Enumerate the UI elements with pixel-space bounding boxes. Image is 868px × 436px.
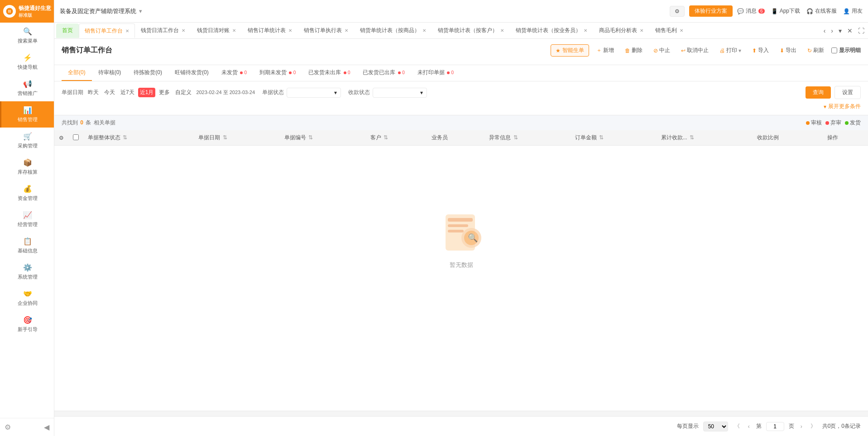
- tab-sales-order-exec[interactable]: 销售订单执行表 ✕: [298, 24, 354, 38]
- filter-tab-wangpu[interactable]: 旺铺待发货(0): [168, 65, 215, 81]
- delete-button[interactable]: 🗑 删除: [621, 45, 646, 56]
- tab-close-icon-cash-reconcile[interactable]: ✕: [232, 28, 236, 33]
- sidebar-item-guide[interactable]: 🎯 新手引导: [0, 311, 54, 337]
- sort-status-icon[interactable]: ⇅: [123, 134, 127, 141]
- review-action-button[interactable]: 审核: [806, 119, 822, 127]
- tab-sales-order-stats[interactable]: 销售订单统计表 ✕: [242, 24, 298, 38]
- tab-dropdown-icon[interactable]: ▾: [837, 25, 844, 36]
- status-select[interactable]: ▾: [287, 88, 341, 98]
- display-detail-checkbox[interactable]: [831, 47, 837, 53]
- tab-close-icon-sales-exec[interactable]: ✕: [345, 28, 348, 33]
- select-all-checkbox[interactable]: [73, 134, 79, 140]
- settings-button[interactable]: ⚙: [670, 6, 685, 17]
- sidebar-item-quick-nav[interactable]: ⚡ 快捷导航: [0, 49, 54, 75]
- tab-sales-stats-product[interactable]: 销货单统计表（按商品） ✕: [354, 24, 432, 38]
- th-checkbox[interactable]: [68, 130, 83, 146]
- set-button[interactable]: 设置: [834, 86, 861, 99]
- tab-product-margin[interactable]: 商品毛利分析表 ✕: [593, 24, 649, 38]
- app-download-button[interactable]: 📱 App下载: [771, 7, 800, 15]
- toolbar-actions: ★ 智能生单 ＋ 新增 🗑 删除 ⊘ 中止: [551, 44, 861, 57]
- cancel-suspend-button[interactable]: ↩ 取消中止: [677, 45, 712, 56]
- sort-date-icon[interactable]: ⇅: [223, 134, 227, 141]
- sidebar-item-finance[interactable]: 💰 资金管理: [0, 180, 54, 206]
- sidebar-item-basic-info[interactable]: 📋 基础信息: [0, 232, 54, 259]
- display-detail-toggle[interactable]: 显示明细: [831, 47, 861, 54]
- tab-close-icon-sales-stats[interactable]: ✕: [288, 28, 292, 33]
- export-button[interactable]: ⬇ 导出: [776, 45, 800, 56]
- filter-tab-shipped-out[interactable]: 已发货已出库 0: [356, 65, 411, 81]
- sort-number-icon[interactable]: ⇅: [308, 134, 313, 141]
- next-page-button[interactable]: ›: [799, 422, 804, 431]
- smart-create-button[interactable]: ★ 智能生单: [551, 44, 589, 57]
- tab-sales-profit[interactable]: 销售毛利 ✕: [649, 24, 689, 38]
- date-more-btn[interactable]: 更多: [157, 88, 172, 97]
- first-page-button[interactable]: 《: [733, 422, 742, 431]
- filter-tab-not-printed[interactable]: 未打印单据 0: [411, 65, 460, 81]
- sidebar-item-enterprise[interactable]: 🤝 企业协同: [0, 285, 54, 311]
- sidebar-item-system[interactable]: ⚙️ 系统管理: [0, 259, 54, 285]
- prev-page-button[interactable]: ‹: [746, 422, 752, 431]
- expand-conditions-button[interactable]: ▾ 展开更多条件: [824, 103, 861, 110]
- sidebar-item-purchase[interactable]: 🛒 采购管理: [0, 128, 54, 154]
- sidebar-item-inventory[interactable]: 📦 库存核算: [0, 154, 54, 180]
- suspend-button[interactable]: ⊘ 中止: [650, 45, 674, 56]
- tab-close-icon-stats-staff[interactable]: ✕: [584, 28, 587, 33]
- sort-exception-icon[interactable]: ⇅: [513, 134, 518, 141]
- th-settings[interactable]: ⚙: [54, 130, 68, 146]
- filter-tab-overdue-not-shipped[interactable]: 到期未发货 0: [253, 65, 302, 81]
- tab-scroll-right-icon[interactable]: ›: [829, 25, 835, 36]
- refresh-button[interactable]: ↻ 刷新: [804, 45, 828, 56]
- tab-close-icon-sales[interactable]: ✕: [125, 28, 129, 33]
- import-button[interactable]: ⬆ 导入: [748, 45, 772, 56]
- sidebar-label-marketing: 营销推广: [18, 90, 38, 97]
- tab-cash-daily[interactable]: 钱货日清工作台 ✕: [135, 24, 191, 38]
- date-1month-btn[interactable]: 近1月: [138, 88, 156, 97]
- query-button[interactable]: 查询: [806, 86, 831, 99]
- message-button[interactable]: 💬 消息 6: [737, 7, 765, 15]
- sidebar-item-operations[interactable]: 📈 经营管理: [0, 206, 54, 232]
- print-button[interactable]: 🖨 打印 ▾: [716, 45, 745, 56]
- tab-scroll-left-icon[interactable]: ‹: [822, 25, 828, 36]
- tab-close-icon-margin[interactable]: ✕: [640, 28, 643, 33]
- ship-action-button[interactable]: 发货: [845, 119, 861, 127]
- tab-cash-reconcile[interactable]: 钱货日清对账 ✕: [191, 24, 242, 38]
- filter-tab-shipped-not-out[interactable]: 已发货未出库 0: [302, 65, 356, 81]
- tab-sales-stats-customer[interactable]: 销货单统计表（按客户） ✕: [432, 24, 510, 38]
- sort-amount-icon[interactable]: ⇅: [599, 134, 604, 141]
- date-yesterday-btn[interactable]: 昨天: [86, 88, 101, 97]
- date-custom-btn[interactable]: 自定义: [173, 88, 193, 97]
- horizontal-scrollbar[interactable]: [54, 411, 868, 416]
- sort-collected-icon[interactable]: ⇅: [690, 134, 694, 141]
- last-page-button[interactable]: 》: [809, 422, 818, 431]
- tab-close-icon-stats-product[interactable]: ✕: [422, 28, 426, 33]
- settings-bottom-icon[interactable]: ⚙: [5, 423, 11, 431]
- per-page-select[interactable]: 20 50 100: [703, 422, 728, 431]
- online-service-button[interactable]: 🎧 在线客服: [806, 7, 837, 15]
- filter-tab-not-shipped[interactable]: 未发货 0: [215, 65, 253, 81]
- industry-solution-button[interactable]: 体验行业方案: [689, 5, 733, 17]
- date-7days-btn[interactable]: 近7天: [119, 88, 136, 97]
- tab-home[interactable]: 首页: [56, 24, 79, 38]
- filter-tab-all[interactable]: 全部(0): [62, 65, 92, 81]
- sort-customer-icon[interactable]: ⇅: [384, 134, 388, 141]
- cancel-review-action-button[interactable]: 弃审: [825, 119, 841, 127]
- page-input[interactable]: [766, 422, 784, 431]
- collapse-icon[interactable]: ◀: [44, 423, 49, 431]
- tab-close-icon-cash-daily[interactable]: ✕: [182, 28, 185, 33]
- sidebar-item-search[interactable]: 🔍 搜索菜单: [0, 23, 54, 49]
- filter-tab-pending-pickup[interactable]: 待拣验货(0): [127, 65, 168, 81]
- tab-close-all-icon[interactable]: ✕: [845, 25, 854, 36]
- payment-select[interactable]: ▾: [373, 88, 427, 98]
- add-button[interactable]: ＋ 新增: [593, 45, 618, 56]
- sidebar-item-marketing[interactable]: 📢 营销推广: [0, 75, 54, 101]
- user-menu-button[interactable]: 👤 用友: [843, 7, 863, 15]
- sidebar-label-enterprise: 企业协同: [18, 300, 38, 307]
- date-today-btn[interactable]: 今天: [102, 88, 117, 97]
- tab-close-icon-stats-customer[interactable]: ✕: [500, 28, 504, 33]
- tab-sales-stats-staff[interactable]: 销货单统计表（按业务员） ✕: [510, 24, 593, 38]
- tab-close-icon-profit[interactable]: ✕: [680, 28, 683, 33]
- filter-tab-pending-review[interactable]: 待审核(0): [92, 65, 128, 81]
- tab-restore-icon[interactable]: ⛶: [856, 25, 866, 36]
- sidebar-item-sales[interactable]: 📊 销售管理: [0, 101, 54, 128]
- tab-sales-order-workbench[interactable]: 销售订单工作台 ✕: [79, 24, 135, 38]
